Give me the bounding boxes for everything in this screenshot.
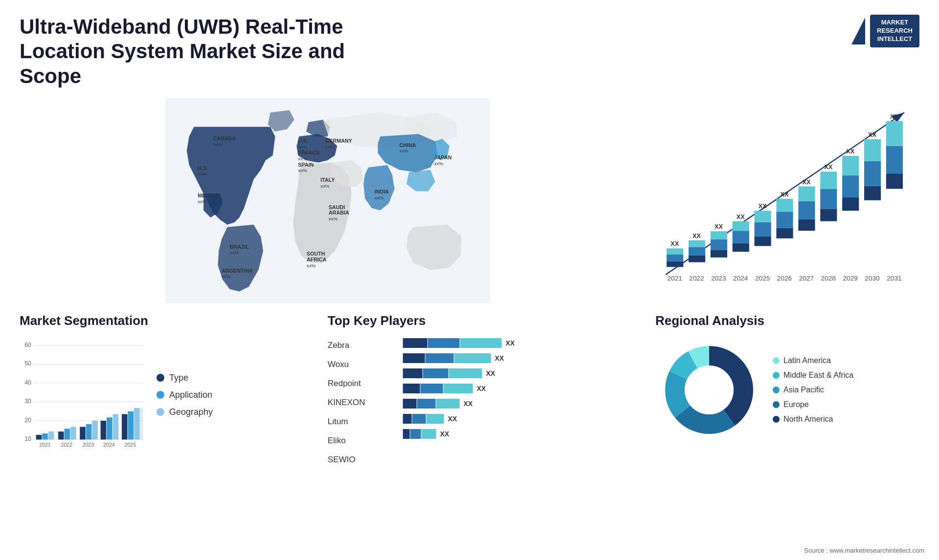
svg-rect-39 (689, 256, 705, 262)
svg-text:ITALY: ITALY (320, 177, 335, 183)
regional-legend: Latin America Middle East & Africa Asia … (773, 356, 853, 424)
svg-text:2031: 2031 (887, 275, 901, 282)
svg-text:XX: XX (715, 223, 723, 230)
svg-rect-56 (776, 212, 793, 228)
svg-text:2022: 2022 (61, 442, 73, 448)
svg-text:U.S.: U.S. (198, 165, 208, 171)
segmentation-legend: Type Application Geography (156, 373, 213, 417)
svg-rect-106 (58, 431, 64, 439)
svg-rect-75 (886, 173, 903, 189)
svg-text:xx%: xx% (375, 195, 384, 200)
svg-text:ARGENTINA: ARGENTINA (222, 268, 253, 274)
legend-application: Application (156, 390, 213, 400)
svg-rect-35 (667, 261, 683, 267)
svg-text:2021: 2021 (667, 275, 682, 282)
svg-rect-140 (417, 399, 435, 409)
source-text: Source : www.marketresearchintellect.com (804, 547, 924, 554)
svg-rect-145 (426, 414, 444, 424)
svg-text:XX: XX (846, 148, 854, 155)
svg-text:2024: 2024 (103, 442, 115, 448)
svg-text:XX: XX (890, 113, 898, 120)
svg-text:xx%: xx% (434, 161, 444, 166)
player-bars-svg: XX XX XX XX (380, 336, 631, 444)
svg-rect-59 (798, 219, 815, 231)
world-map-section: CANADA xx% U.S. xx% MEXICO xx% BRAZIL xx… (10, 93, 646, 308)
svg-text:xx%: xx% (320, 183, 330, 189)
svg-text:xx%: xx% (400, 149, 409, 154)
bar-chart-container: XX XX XX XX XX (650, 98, 919, 294)
legend-middle-east: Middle East & Africa (773, 371, 853, 380)
legend-asia-pacific: Asia Pacific (773, 386, 853, 394)
svg-text:GERMANY: GERMANY (325, 138, 352, 144)
logo-area: MARKET RESEARCH INTELLECT (851, 15, 919, 47)
svg-text:20: 20 (24, 417, 31, 424)
svg-text:2023: 2023 (711, 275, 726, 282)
svg-rect-45 (711, 231, 727, 239)
svg-text:AFRICA: AFRICA (307, 257, 327, 262)
svg-rect-37 (667, 248, 683, 255)
svg-point-156 (685, 366, 734, 414)
svg-rect-69 (842, 156, 859, 175)
europe-dot (773, 401, 780, 408)
svg-rect-53 (755, 211, 771, 222)
svg-text:U.K.: U.K. (298, 138, 308, 144)
bar-chart-svg: XX XX XX XX XX (650, 98, 919, 294)
segmentation-chart-svg: 60 50 40 30 20 10 2021 (20, 336, 147, 453)
svg-rect-43 (711, 250, 727, 258)
svg-text:JAPAN: JAPAN (434, 154, 452, 160)
svg-rect-65 (820, 172, 837, 189)
svg-rect-102 (36, 435, 42, 440)
application-dot (156, 391, 164, 399)
svg-text:xx%: xx% (198, 199, 207, 204)
logo-triangle-icon (851, 18, 865, 44)
type-dot (156, 374, 164, 382)
geography-dot (156, 408, 164, 416)
player-litum: Litum (328, 415, 365, 429)
svg-rect-111 (86, 424, 92, 440)
legend-europe: Europe (773, 400, 853, 409)
svg-rect-36 (667, 255, 683, 261)
svg-rect-114 (101, 421, 107, 440)
svg-rect-76 (886, 146, 903, 174)
svg-rect-55 (776, 228, 793, 238)
svg-text:50: 50 (24, 360, 31, 367)
segmentation-section: Market Segmentation 60 50 40 30 20 10 (10, 308, 313, 523)
svg-rect-147 (402, 429, 409, 439)
svg-text:XX: XX (494, 354, 504, 362)
svg-text:SAUDI: SAUDI (329, 204, 345, 210)
legend-latin-america: Latin America (773, 356, 853, 365)
segmentation-container: 60 50 40 30 20 10 2021 (20, 336, 303, 453)
svg-rect-67 (842, 197, 859, 211)
svg-text:XX: XX (737, 214, 745, 220)
players-list: Zebra Woxu Redpoint KINEXON Litum Eliko … (328, 336, 631, 467)
svg-text:XX: XX (759, 203, 767, 210)
svg-text:XX: XX (868, 131, 876, 138)
svg-rect-144 (412, 414, 425, 424)
svg-text:xx%: xx% (230, 250, 239, 256)
svg-rect-123 (402, 338, 427, 348)
svg-rect-112 (92, 421, 98, 440)
legend-type: Type (156, 373, 213, 383)
svg-rect-124 (427, 338, 459, 348)
svg-rect-119 (128, 411, 134, 440)
header: Ultra-Wideband (UWB) Real-Time Location … (0, 0, 939, 93)
player-names: Zebra Woxu Redpoint KINEXON Litum Eliko … (328, 336, 365, 467)
player-bars-container: XX XX XX XX (380, 336, 631, 467)
bar-chart-section: XX XX XX XX XX (646, 93, 929, 308)
svg-rect-129 (454, 353, 491, 363)
svg-text:30: 30 (24, 398, 31, 405)
svg-rect-60 (798, 201, 815, 219)
svg-text:2024: 2024 (733, 275, 748, 282)
segmentation-title: Market Segmentation (20, 313, 303, 328)
svg-rect-107 (64, 429, 70, 440)
world-map-container: CANADA xx% U.S. xx% MEXICO xx% BRAZIL xx… (20, 98, 636, 303)
latin-america-dot (773, 357, 780, 364)
svg-text:FRANCE: FRANCE (298, 150, 320, 155)
svg-rect-72 (864, 161, 881, 186)
main-content: CANADA xx% U.S. xx% MEXICO xx% BRAZIL xx… (0, 93, 939, 523)
svg-text:xx%: xx% (298, 168, 307, 173)
svg-text:60: 60 (24, 342, 31, 348)
svg-text:xx%: xx% (329, 216, 338, 221)
svg-rect-49 (733, 221, 749, 231)
svg-text:2022: 2022 (689, 275, 704, 282)
